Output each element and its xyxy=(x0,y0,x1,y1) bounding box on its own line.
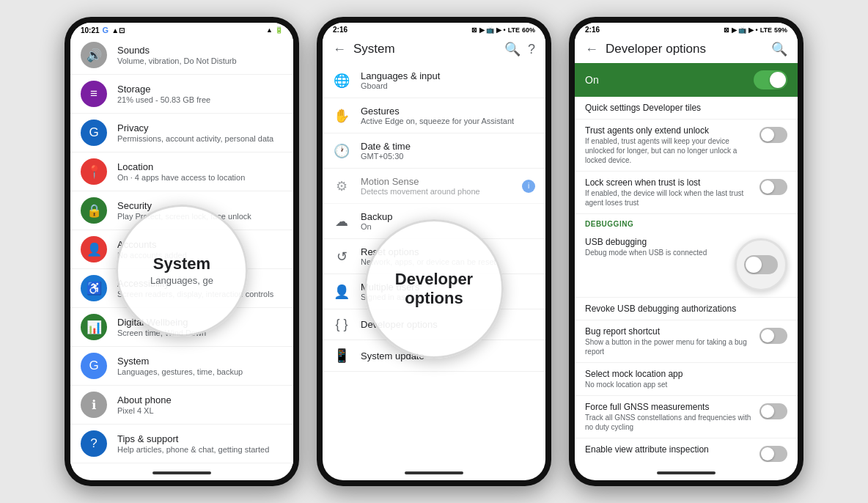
on-label: On xyxy=(585,74,599,86)
settings-privacy[interactable]: G Privacy Permissions, account activity,… xyxy=(70,114,293,153)
usb-toggle[interactable] xyxy=(744,255,778,274)
dev-quick-settings[interactable]: Quick settings Developer tiles xyxy=(575,97,798,120)
phone-2: 2:16 ⊠ ▶ 📺 ▶ • LTE 60% ← System 🔍 ? 🌐 La… xyxy=(317,17,551,486)
backup-icon: ☁ xyxy=(333,213,350,230)
time-2: 2:16 xyxy=(333,26,347,34)
dev-title: Developer options xyxy=(606,42,764,56)
security-icon: 🔒 xyxy=(81,197,107,224)
home-indicator-3 xyxy=(575,466,798,480)
mock-location-text: Select mock location app No mock locatio… xyxy=(585,369,787,389)
dev-lock-screen[interactable]: Lock screen when trust is lost If enable… xyxy=(575,172,798,214)
system-datetime[interactable]: 🕐 Date & time GMT+05:30 xyxy=(323,133,545,169)
bug-report-text: Bug report shortcut Show a button in the… xyxy=(585,326,754,356)
lte-3: LTE xyxy=(760,26,772,34)
storage-text: Storage 21% used - 50.83 GB free xyxy=(117,84,283,104)
dev-header: ← Developer options 🔍 xyxy=(575,35,798,63)
bug-knob xyxy=(761,329,774,342)
sounds-text: Sounds Volume, vibration, Do Not Disturb xyxy=(117,45,283,65)
view-attr-knob xyxy=(761,447,774,460)
settings-tips[interactable]: ? Tips & support Help articles, phone & … xyxy=(70,425,293,463)
time-3: 2:16 xyxy=(585,26,600,34)
help-icon-2[interactable]: ? xyxy=(528,42,535,57)
system-motion[interactable]: ⚙ Motion Sense Detects movement around p… xyxy=(323,169,545,204)
wifi-icon-1: ▲ xyxy=(266,26,273,34)
zoom-circle-1: System Languages, ge xyxy=(116,205,248,337)
bug-toggle[interactable] xyxy=(760,328,787,344)
back-icon-3[interactable]: ← xyxy=(585,42,598,57)
usb-toggle-circle xyxy=(735,238,787,291)
gestures-icon: ✋ xyxy=(333,108,350,124)
system-gestures[interactable]: ✋ Gestures Active Edge on, squeeze for y… xyxy=(323,98,545,133)
settings-sounds[interactable]: 🔊 Sounds Volume, vibration, Do Not Distu… xyxy=(70,36,293,75)
settings-storage[interactable]: ≡ Storage 21% used - 50.83 GB free xyxy=(70,75,293,114)
digital-wellbeing-icon: 📊 xyxy=(81,314,107,340)
back-icon-2[interactable]: ← xyxy=(333,42,346,57)
lock-knob xyxy=(761,180,774,194)
phone-1: 10:21 G ▲⊡ ▲ 🔋 🔊 Sounds Volume, vibratio… xyxy=(65,17,299,486)
dev-revoke-usb[interactable]: Revoke USB debugging authorizations xyxy=(575,298,798,320)
storage-icon: ≡ xyxy=(81,81,107,107)
about-icon: ℹ xyxy=(81,392,107,418)
system-title: System xyxy=(353,42,497,56)
battery-2: 60% xyxy=(522,26,535,34)
trust-toggle[interactable] xyxy=(760,127,787,143)
sounds-icon: 🔊 xyxy=(81,42,107,68)
privacy-text: Privacy Permissions, account activity, p… xyxy=(117,122,283,143)
dev-usb-debugging[interactable]: USB debugging Debug mode when USB is con… xyxy=(575,231,798,298)
motion-badge: i xyxy=(522,180,535,193)
debugging-section: DEBUGGING xyxy=(575,214,798,231)
trust-agents-text: Trust agents only extend unlock If enabl… xyxy=(585,125,754,165)
dev-gnss[interactable]: Force full GNSS measurements Track all G… xyxy=(575,396,798,438)
system-text: System Languages, gestures, time, backup xyxy=(117,356,283,376)
lock-screen-text: Lock screen when trust is lost If enable… xyxy=(585,177,754,208)
datetime-icon: 🕐 xyxy=(333,143,350,159)
view-attr-text: Enable view attribute inspection xyxy=(585,444,754,455)
notif-2: ⊠ ▶ 📺 ▶ • xyxy=(471,26,505,34)
about-text: About phone Pixel 4 XL xyxy=(117,394,283,415)
dev-bug-report[interactable]: Bug report shortcut Show a button in the… xyxy=(575,320,798,363)
gnss-text: Force full GNSS measurements Track all G… xyxy=(585,402,754,432)
settings-system[interactable]: G System Languages, gestures, time, back… xyxy=(70,347,293,386)
lock-toggle[interactable] xyxy=(760,179,787,195)
update-icon: 📱 xyxy=(333,348,350,364)
tips-icon: ? xyxy=(81,430,107,457)
location-text: Location On · 4 apps have access to loca… xyxy=(117,161,283,182)
dev-on-toggle[interactable] xyxy=(754,70,787,89)
system-icon: G xyxy=(81,353,107,379)
gestures-text: Gestures Active Edge on, squeeze for you… xyxy=(361,106,514,125)
dev-view-attr[interactable]: Enable view attribute inspection xyxy=(575,438,798,466)
gnss-knob xyxy=(761,405,774,418)
quick-settings-text: Quick settings Developer tiles xyxy=(585,103,787,113)
search-icon-2[interactable]: 🔍 xyxy=(504,41,521,57)
usb-debug-text: USB debugging Debug mode when USB is con… xyxy=(585,237,729,257)
dev-mock-location[interactable]: Select mock location app No mock locatio… xyxy=(575,363,798,396)
motion-icon: ⚙ xyxy=(333,178,350,194)
system-header: ← System 🔍 ? xyxy=(323,35,545,63)
revoke-usb-text: Revoke USB debugging authorizations xyxy=(585,304,787,314)
dev-on-bar: On xyxy=(575,63,798,97)
trust-knob xyxy=(761,128,774,142)
location-icon: 📍 xyxy=(81,158,107,185)
gnss-toggle[interactable] xyxy=(760,403,787,419)
motion-text: Motion Sense Detects movement around pho… xyxy=(361,176,480,196)
time-1: 10:21 xyxy=(81,26,100,34)
settings-about[interactable]: ℹ About phone Pixel 4 XL xyxy=(70,386,293,425)
dev-trust-agents[interactable]: Trust agents only extend unlock If enabl… xyxy=(575,120,798,172)
settings-location[interactable]: 📍 Location On · 4 apps have access to lo… xyxy=(70,153,293,191)
dev-options-list: Quick settings Developer tiles Trust age… xyxy=(575,97,798,466)
datetime-text: Date & time GMT+05:30 xyxy=(361,141,411,161)
system-languages[interactable]: 🌐 Languages & input Gboard xyxy=(323,63,545,98)
accounts-icon: 👤 xyxy=(81,236,107,262)
status-bar-1: 10:21 G ▲⊡ ▲ 🔋 xyxy=(70,23,293,36)
battery-3: 59% xyxy=(774,26,787,34)
search-icon-3[interactable]: 🔍 xyxy=(771,41,787,57)
view-attr-toggle[interactable] xyxy=(760,446,787,462)
reset-icon: ↺ xyxy=(333,249,350,265)
privacy-icon: G xyxy=(81,120,107,146)
tips-text: Tips & support Help articles, phone & ch… xyxy=(117,433,283,454)
home-indicator-2 xyxy=(323,466,545,480)
languages-text: Languages & input Gboard xyxy=(361,70,440,90)
notif-3: ⊠ ▶ 📺 ▶ • xyxy=(724,26,757,34)
zoom-circle-2: Developer options xyxy=(364,219,504,359)
status-bar-3: 2:16 ⊠ ▶ 📺 ▶ • LTE 59% xyxy=(575,23,798,35)
